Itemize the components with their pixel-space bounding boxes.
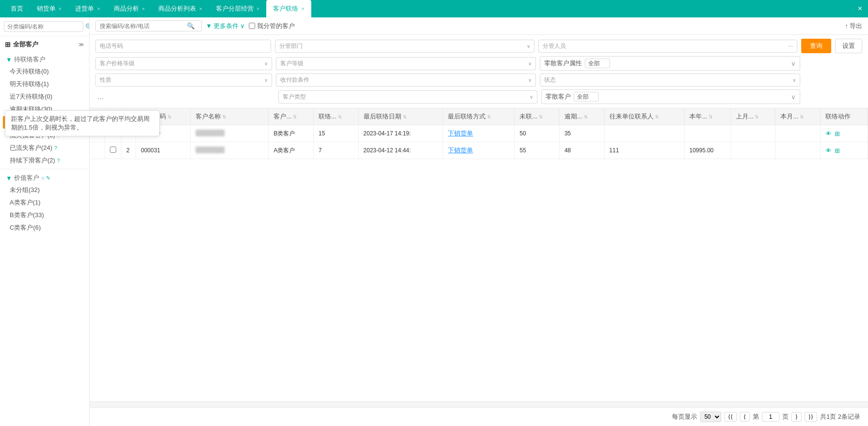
filter-customer-type[interactable]: 客户类型 ∨ [278, 90, 537, 103]
th-this-month[interactable]: 本月...⇅ [776, 108, 821, 125]
export-button[interactable]: ↑ 导出 [845, 22, 863, 30]
filter-dept[interactable]: 分管部门 ∨ [275, 40, 534, 53]
filter-phone[interactable]: 电话号码 [95, 40, 271, 53]
view-icon-1[interactable]: 👁 [825, 130, 832, 137]
filter-person[interactable]: 分管人员 ··· [538, 40, 798, 53]
th-name[interactable]: 客户名称⇅ [190, 108, 268, 125]
close-customer-contact-icon[interactable]: × [301, 6, 304, 12]
th-contact[interactable]: 联络...⇅ [313, 108, 358, 125]
filter-price-grade[interactable]: 客户价格等级 ∨ [95, 57, 272, 70]
td-method-1[interactable]: 下销货单 [443, 125, 515, 142]
th-unit-contact[interactable]: 往来单位联系人⇅ [604, 108, 684, 125]
nav-home[interactable]: 首页 [4, 0, 30, 17]
nav-product-analysis-list[interactable]: 商品分析列表 × [152, 0, 209, 17]
sort-icon-method: ⇅ [487, 114, 491, 119]
last-page-button[interactable]: ⟩⟩ [805, 412, 817, 422]
sidebar-item-churned[interactable]: 已流失客户(24) ? [0, 142, 89, 154]
table-row: 1 000039 B类客户 15 2023-04-17 14:19: 下销货单 … [90, 125, 868, 142]
first-page-button[interactable]: ⟨⟨ [724, 412, 737, 422]
grid-icon-2[interactable]: ⊞ [835, 147, 840, 154]
th-action: 联络动作 [820, 108, 868, 125]
my-customers-toggle[interactable]: 我分管的客户 [249, 22, 295, 30]
td-type-1: B类客户 [269, 125, 314, 142]
prev-page-button[interactable]: ⟨ [740, 412, 750, 422]
sidebar-item-unclassified[interactable]: 未分组(32) [0, 184, 89, 196]
table-row: 2 000031 A类客户 7 2023-04-12 14:44: 下销货单 5… [90, 142, 868, 159]
filter-more-dots[interactable]: ... [97, 92, 104, 101]
th-last-month[interactable]: 上月...⇅ [731, 108, 776, 125]
page-input[interactable] [762, 412, 779, 422]
td-method-2[interactable]: 下销货单 [443, 142, 515, 159]
nav-customer-contact[interactable]: 客户联络 × [266, 0, 311, 17]
settings-button[interactable]: 设置 [835, 39, 862, 53]
contact-method-link-1[interactable]: 下销货单 [448, 130, 473, 137]
close-customer-segments-icon[interactable]: × [257, 6, 259, 12]
search-input[interactable] [100, 23, 187, 29]
sidebar-edit-icons[interactable]: ○ ✎ [41, 175, 50, 181]
sort-icon-date: ⇅ [403, 114, 407, 119]
sidebar-item-class-a[interactable]: A类客户(1) [0, 196, 89, 209]
contact-method-link-2[interactable]: 下销货单 [448, 147, 473, 154]
filter-payment[interactable]: 收付款条件 ∨ [276, 73, 536, 87]
sidebar-item-7days[interactable]: 近7天待联络(0) [0, 90, 89, 103]
th-this-year[interactable]: 本年...⇅ [684, 108, 731, 125]
horizontal-scrollbar[interactable] [90, 401, 868, 407]
query-button[interactable]: 查询 [801, 39, 831, 53]
retail-attr-select[interactable]: 全部 [585, 59, 610, 68]
nav-customer-segments[interactable]: 客户分层经营 × [209, 0, 266, 17]
more-conditions-btn[interactable]: ▼ 更多条件 ∨ [206, 22, 245, 30]
sidebar-search-icon[interactable]: 🔍 [85, 23, 90, 30]
close-product-analysis-list-icon[interactable]: × [199, 6, 202, 12]
filter-status[interactable]: 状态 ∨ [540, 73, 800, 87]
filter-row-2: 客户价格等级 ∨ 客户等级 ∨ 零散客户属性 全部 ∨ [95, 56, 862, 71]
retail-customer-dropdown-icon: ∨ [791, 93, 796, 101]
td-name-1 [190, 125, 268, 142]
sidebar-search-input[interactable] [4, 21, 83, 32]
sort-icon-this-month: ⇅ [800, 114, 804, 119]
next-page-button[interactable]: ⟩ [792, 412, 802, 422]
td-lastmonth-1 [731, 125, 776, 142]
sidebar-item-class-c[interactable]: C类客户(6) [0, 221, 89, 234]
td-unreached-1: 50 [515, 125, 560, 142]
all-customers-header[interactable]: ⊞ 全部客户 ≫ [0, 36, 89, 53]
th-overdue[interactable]: 逾期...⇅ [559, 108, 604, 125]
filter-row-3: 性质 ∨ 收付款条件 ∨ 状态 ∨ [95, 73, 862, 87]
sort-icon-unreached: ⇅ [539, 114, 543, 119]
grid-icon-1[interactable]: ⊞ [835, 130, 840, 137]
nav-sales-order[interactable]: 销货单 × [30, 0, 68, 17]
td-date-2: 2023-04-12 14:44: [358, 142, 443, 159]
search-box[interactable]: 🔍 [95, 20, 202, 31]
view-icon-2[interactable]: 👁 [825, 147, 832, 154]
td-type-2: A类客户 [269, 142, 314, 159]
retail-customer-select[interactable]: 全部 [574, 92, 599, 102]
pending-contact-group: ▼ 待联络客户 [0, 53, 89, 65]
window-close-icon[interactable]: × [858, 4, 862, 13]
sidebar-item-declining[interactable]: 持续下滑客户(2) ? [0, 154, 89, 167]
th-unreached[interactable]: 未联...⇅ [515, 108, 560, 125]
collapse-icon[interactable]: ≫ [78, 42, 84, 48]
sort-icon-name: ⇅ [222, 114, 226, 119]
nav-purchase-order[interactable]: 进货单 × [68, 0, 107, 17]
th-last-contact-date[interactable]: 最后联络日期⇅ [358, 108, 443, 125]
search-icon[interactable]: 🔍 [187, 22, 195, 29]
sort-icon-overdue: ⇅ [584, 114, 588, 119]
page-size-select[interactable]: 50 [700, 411, 721, 422]
filter-retail-attr: 零散客户属性 全部 ∨ [540, 56, 800, 71]
sort-icon-type: ⇅ [293, 114, 297, 119]
close-sales-order-icon[interactable]: × [59, 6, 61, 12]
sidebar-item-tomorrow[interactable]: 明天待联络(1) [0, 78, 89, 90]
th-customer-type[interactable]: 客户...⇅ [269, 108, 314, 125]
sidebar-item-class-b[interactable]: B类客户(33) [0, 209, 89, 221]
close-product-analysis-icon[interactable]: × [142, 6, 145, 12]
nav-product-analysis[interactable]: 商品分析 × [107, 0, 152, 17]
my-customers-checkbox[interactable] [249, 23, 255, 29]
td-checkbox-2[interactable] [105, 142, 122, 159]
td-year-1 [684, 125, 731, 142]
sidebar-item-today[interactable]: 今天待联络(0) [0, 65, 89, 78]
sort-icon-contact: ⇅ [338, 114, 342, 119]
filter-gender[interactable]: 性质 ∨ [95, 73, 272, 87]
th-last-contact-method[interactable]: 最后联络方式⇅ [443, 108, 515, 125]
row2-checkbox[interactable] [110, 147, 116, 153]
close-purchase-order-icon[interactable]: × [97, 6, 100, 12]
filter-customer-grade[interactable]: 客户等级 ∨ [276, 57, 536, 70]
